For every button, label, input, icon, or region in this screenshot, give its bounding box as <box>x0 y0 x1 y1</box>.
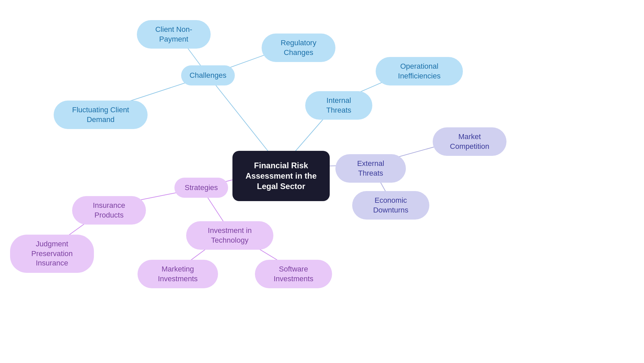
node-judgmentPreservation[interactable]: Judgment Preservation Insurance <box>10 235 94 273</box>
node-economicDownturns[interactable]: Economic Downturns <box>352 191 429 220</box>
node-clientNonPayment[interactable]: Client Non-Payment <box>137 20 211 49</box>
mindmap-canvas: Financial Risk Assessment in the Legal S… <box>0 0 644 363</box>
node-softwareInvestments[interactable]: Software Investments <box>255 260 332 288</box>
node-internalThreats[interactable]: Internal Threats <box>305 91 372 120</box>
node-challenges[interactable]: Challenges <box>181 65 235 85</box>
node-fluctuatingClientDemand[interactable]: Fluctuating Client Demand <box>54 101 148 129</box>
node-strategies[interactable]: Strategies <box>174 178 228 198</box>
node-investmentInTechnology[interactable]: Investment in Technology <box>186 221 273 250</box>
node-externalThreats[interactable]: External Threats <box>335 154 406 183</box>
node-insuranceProducts[interactable]: Insurance Products <box>72 196 146 225</box>
node-regulatoryChanges[interactable]: Regulatory Changes <box>262 34 335 62</box>
node-marketCompetition[interactable]: Market Competition <box>433 127 506 156</box>
node-operationalInefficiencies[interactable]: Operational Inefficiencies <box>376 57 463 85</box>
node-center[interactable]: Financial Risk Assessment in the Legal S… <box>232 151 330 201</box>
node-marketingInvestments[interactable]: Marketing Investments <box>138 260 218 288</box>
